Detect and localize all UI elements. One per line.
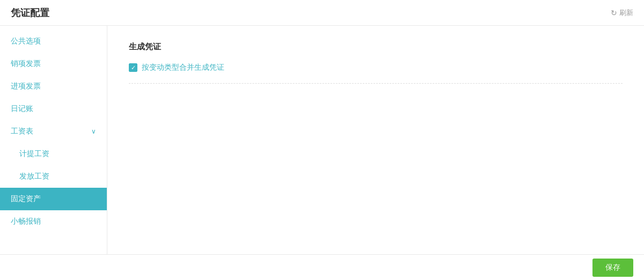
sidebar-item-public[interactable]: 公共选项 xyxy=(0,30,107,53)
sidebar-item-pay-salary[interactable]: 发放工资 xyxy=(0,165,107,188)
main-content: 生成凭证 ✓ 按变动类型合并生成凭证 xyxy=(107,26,644,254)
checkbox-row: ✓ 按变动类型合并生成凭证 xyxy=(129,63,623,72)
sidebar-item-purchase-invoice[interactable]: 进项发票 xyxy=(0,75,107,98)
refresh-button[interactable]: ↻ 刷新 xyxy=(611,8,633,18)
sidebar-item-calc-salary[interactable]: 计提工资 xyxy=(0,143,107,165)
chevron-down-icon: ∨ xyxy=(91,128,96,135)
page-title: 凭证配置 xyxy=(11,6,49,19)
save-button[interactable]: 保存 xyxy=(592,259,633,277)
sidebar-item-label: 工资表 xyxy=(11,127,33,136)
sidebar-item-label: 小畅报销 xyxy=(11,217,41,226)
merge-checkbox[interactable]: ✓ xyxy=(129,63,137,72)
main-layout: 公共选项销项发票进项发票日记账工资表∨计提工资发放工资固定资产小畅报销 生成凭证… xyxy=(0,26,644,254)
sidebar-item-label: 发放工资 xyxy=(19,172,49,181)
sidebar-item-sales-invoice[interactable]: 销项发票 xyxy=(0,53,107,75)
refresh-label: 刷新 xyxy=(619,8,633,18)
sidebar-item-label: 公共选项 xyxy=(11,36,41,46)
section-title: 生成凭证 xyxy=(129,42,623,52)
sidebar-item-expense[interactable]: 小畅报销 xyxy=(0,210,107,233)
sidebar-item-label: 进项发票 xyxy=(11,82,41,91)
section-divider xyxy=(129,83,623,84)
sidebar-item-payroll[interactable]: 工资表∨ xyxy=(0,120,107,143)
merge-checkbox-label: 按变动类型合并生成凭证 xyxy=(142,63,224,72)
sidebar: 公共选项销项发票进项发票日记账工资表∨计提工资发放工资固定资产小畅报销 xyxy=(0,26,107,254)
sidebar-item-fixed-assets[interactable]: 固定资产 xyxy=(0,188,107,210)
merge-checkbox-wrapper[interactable]: ✓ 按变动类型合并生成凭证 xyxy=(129,63,224,72)
header: 凭证配置 ↻ 刷新 xyxy=(0,0,644,26)
sidebar-item-label: 日记账 xyxy=(11,104,33,114)
sidebar-item-journal[interactable]: 日记账 xyxy=(0,98,107,120)
sidebar-item-label: 计提工资 xyxy=(19,149,49,159)
footer: 保存 xyxy=(0,254,644,280)
refresh-icon: ↻ xyxy=(611,9,617,17)
sidebar-item-label: 销项发票 xyxy=(11,59,41,69)
sidebar-item-label: 固定资产 xyxy=(11,194,41,204)
check-mark-icon: ✓ xyxy=(131,65,136,71)
